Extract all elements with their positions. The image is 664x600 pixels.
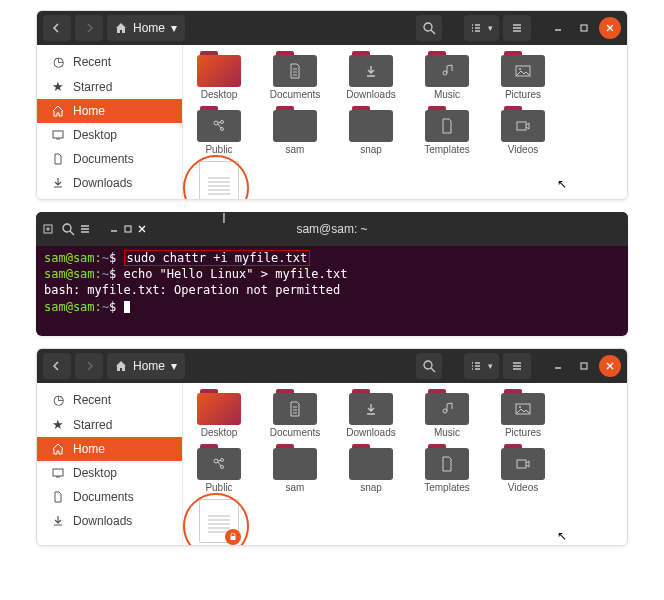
mouse-cursor-icon: ↖	[557, 529, 567, 543]
fm-titlebar: Home ▾ ▾	[37, 11, 627, 45]
block-cursor-icon	[124, 301, 130, 313]
maximize-button[interactable]	[573, 355, 595, 377]
location-bar[interactable]: Home ▾	[107, 15, 185, 41]
svg-point-5	[214, 121, 218, 125]
svg-point-10	[63, 224, 71, 232]
folder-public[interactable]: Public	[191, 444, 247, 493]
new-tab-button[interactable]	[42, 223, 54, 235]
folder-pictures[interactable]: Pictures	[495, 389, 551, 438]
folder-label: Documents	[270, 427, 321, 438]
home-icon	[51, 105, 65, 117]
close-button[interactable]	[599, 17, 621, 39]
folder-label: Templates	[424, 482, 470, 493]
folder-desktop[interactable]: Desktop	[191, 389, 247, 438]
sidebar-item-label: Home	[73, 104, 105, 118]
sidebar-item-home[interactable]: Home	[37, 437, 182, 461]
sidebar-item-label: Desktop	[73, 466, 117, 480]
location-label: Home	[133, 359, 165, 373]
svg-rect-11	[125, 226, 131, 232]
folder-label: Music	[434, 427, 460, 438]
sidebar-item-label: Downloads	[73, 176, 132, 190]
sidebar-item-documents[interactable]: Documents	[37, 147, 182, 171]
folder-videos[interactable]: Videos	[495, 106, 551, 155]
terminal-line: sam@sam:~$ echo "Hello Linux" > myfile.t…	[44, 266, 620, 282]
folder-label: Documents	[270, 89, 321, 100]
sidebar-item-documents[interactable]: Documents	[37, 485, 182, 509]
folder-label: Public	[205, 482, 232, 493]
search-button[interactable]	[416, 353, 442, 379]
sidebar-item-home[interactable]: Home	[37, 99, 182, 123]
terminal-body[interactable]: sam@sam:~$ sudo chattr +i myfile.txt sam…	[36, 246, 628, 336]
file-myfile[interactable]: myfile.txt	[191, 161, 247, 200]
hamburger-menu-button[interactable]	[503, 353, 531, 379]
home-icon	[115, 22, 127, 34]
list-view-icon	[470, 22, 482, 34]
location-bar[interactable]: Home ▾	[107, 353, 185, 379]
desktop-icon	[51, 468, 65, 478]
folder-sam[interactable]: sam	[267, 444, 323, 493]
folder-documents[interactable]: Documents	[267, 51, 323, 100]
svg-rect-13	[581, 363, 587, 369]
file-label: myfile.txt	[199, 545, 238, 546]
svg-rect-14	[53, 469, 63, 476]
folder-documents[interactable]: Documents	[267, 389, 323, 438]
folder-snap[interactable]: snap	[343, 444, 399, 493]
sidebar: ◷Recent ★Starred Home Desktop Documents …	[37, 383, 183, 545]
sidebar-item-label: Recent	[73, 55, 111, 69]
terminal-output: bash: myfile.txt: Operation not permitte…	[44, 282, 620, 298]
minimize-button[interactable]	[547, 17, 569, 39]
file-myfile-locked[interactable]: myfile.txt	[191, 499, 247, 546]
sidebar-item-desktop[interactable]: Desktop	[37, 123, 182, 147]
view-toggle[interactable]: ▾	[464, 15, 499, 41]
close-button[interactable]	[599, 355, 621, 377]
folder-desktop[interactable]: Desktop	[191, 51, 247, 100]
maximize-button[interactable]	[573, 17, 595, 39]
sidebar-item-downloads[interactable]: Downloads	[37, 509, 182, 533]
sidebar-item-starred[interactable]: ★Starred	[37, 412, 182, 437]
terminal-prompt: sam@sam:~$	[44, 299, 620, 315]
sidebar-item-starred[interactable]: ★Starred	[37, 74, 182, 99]
svg-rect-2	[53, 131, 63, 138]
maximize-button[interactable]	[123, 224, 133, 234]
folder-public[interactable]: Public	[191, 106, 247, 155]
svg-rect-21	[231, 536, 236, 540]
nav-back-button[interactable]	[43, 15, 71, 41]
svg-rect-1	[581, 25, 587, 31]
sidebar-item-recent[interactable]: ◷Recent	[37, 387, 182, 412]
close-button[interactable]	[137, 224, 147, 234]
folder-pictures[interactable]: Pictures	[495, 51, 551, 100]
folder-sam[interactable]: sam	[267, 106, 323, 155]
view-toggle[interactable]: ▾	[464, 353, 499, 379]
folder-templates[interactable]: Templates	[419, 444, 475, 493]
folder-label: Desktop	[201, 89, 238, 100]
terminal-search-button[interactable]	[62, 223, 75, 236]
sidebar-item-desktop[interactable]: Desktop	[37, 461, 182, 485]
hamburger-menu-button[interactable]	[503, 15, 531, 41]
terminal-window: I sam@sam: ~ sam@sam:~$ sudo chattr +i m…	[36, 212, 628, 336]
file-grid: Desktop Documents Downloads Music Pictur…	[183, 45, 627, 199]
fm-titlebar: Home ▾ ▾	[37, 349, 627, 383]
sidebar-item-recent[interactable]: ◷Recent	[37, 49, 182, 74]
terminal-menu-button[interactable]	[79, 223, 91, 235]
minimize-button[interactable]	[109, 224, 119, 234]
folder-downloads[interactable]: Downloads	[343, 51, 399, 100]
svg-point-12	[424, 361, 432, 369]
folder-templates[interactable]: Templates	[419, 106, 475, 155]
highlighted-command: sudo chattr +i myfile.txt	[124, 250, 311, 266]
nav-forward-button[interactable]	[75, 15, 103, 41]
sidebar: ◷Recent ★Starred Home Desktop Documents …	[37, 45, 183, 199]
folder-videos[interactable]: Videos	[495, 444, 551, 493]
folder-music[interactable]: Music	[419, 51, 475, 100]
nav-back-button[interactable]	[43, 353, 71, 379]
minimize-button[interactable]	[547, 355, 569, 377]
sidebar-item-downloads[interactable]: Downloads	[37, 171, 182, 195]
sidebar-item-label: Downloads	[73, 514, 132, 528]
nav-forward-button[interactable]	[75, 353, 103, 379]
folder-music[interactable]: Music	[419, 389, 475, 438]
svg-point-17	[214, 459, 218, 463]
text-file-icon	[199, 499, 239, 543]
folder-downloads[interactable]: Downloads	[343, 389, 399, 438]
folder-snap[interactable]: snap	[343, 106, 399, 155]
search-button[interactable]	[416, 15, 442, 41]
folder-label: snap	[360, 482, 382, 493]
